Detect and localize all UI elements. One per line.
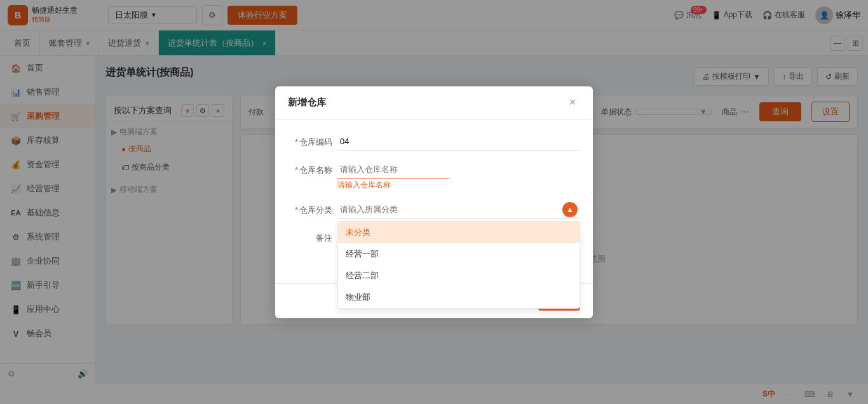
category-option-dept2[interactable]: 经营二部 [338,265,580,286]
dialog-body: 仓库编码 仓库名称 请输入仓库名称 仓库分类 ▲ 未分类 [275,120,593,283]
category-input[interactable] [337,201,580,219]
category-option-dept1[interactable]: 经营一部 [338,243,580,265]
code-label: 仓库编码 [288,133,332,148]
category-option-property[interactable]: 物业部 [338,286,580,308]
name-label: 仓库名称 [288,161,332,176]
note-label: 备注 [288,229,332,244]
name-input-wrap: 请输入仓库名称 [337,161,580,191]
dialog-close-button[interactable]: × [565,95,580,111]
modal-overlay: 新增仓库 × 仓库编码 仓库名称 请输入仓库名称 仓库分类 [0,0,868,404]
name-input[interactable] [337,161,449,178]
form-row-code: 仓库编码 [288,133,580,151]
form-row-name: 仓库名称 请输入仓库名称 [288,161,580,191]
category-dropdown: 未分类 经营一部 经营二部 物业部 [337,221,580,309]
category-input-wrap: ▲ 未分类 经营一部 经营二部 物业部 [337,201,580,219]
category-option-unclassified[interactable]: 未分类 [338,222,580,243]
category-label: 仓库分类 [288,201,332,216]
code-input[interactable] [337,133,580,151]
add-warehouse-dialog: 新增仓库 × 仓库编码 仓库名称 请输入仓库名称 仓库分类 [275,86,593,318]
name-error-message: 请输入仓库名称 [337,180,580,191]
form-row-category: 仓库分类 ▲ 未分类 经营一部 经营二部 物业部 [288,201,580,219]
dialog-title: 新增仓库 [288,97,326,109]
category-toggle-button[interactable]: ▲ [562,202,578,217]
dialog-header: 新增仓库 × [275,86,593,120]
